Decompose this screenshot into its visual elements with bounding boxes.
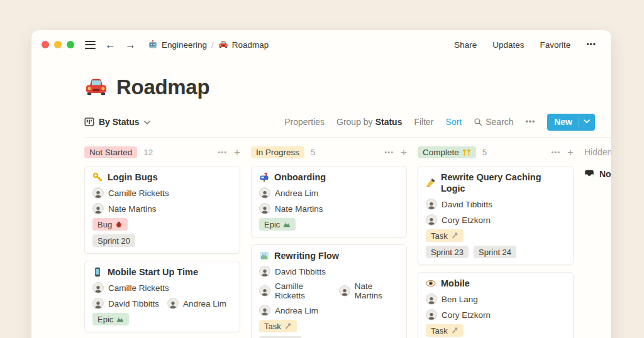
app-window: ← → Engineering / Roadmap Share Updates … — [31, 30, 611, 338]
column-header: In Progress 5 ••• + — [251, 145, 407, 159]
properties-button[interactable]: Properties — [284, 117, 325, 127]
eye-icon — [426, 278, 436, 288]
tag-epic: Epic — [92, 313, 129, 325]
raising-hands-icon — [462, 148, 471, 156]
card-mobile-start-up-time[interactable]: Mobile Start Up Time Camille Ricketts Da… — [84, 261, 240, 332]
minimize-window-button[interactable] — [54, 41, 62, 48]
column-more-icon[interactable]: ••• — [552, 148, 561, 156]
card-mobile[interactable]: Mobile Ben Lang Cory Etzkorn Task — [418, 272, 574, 338]
favorite-button[interactable]: Favorite — [540, 40, 571, 50]
tag-bug: Bug — [92, 218, 128, 231]
card-login-bugs[interactable]: Login Bugs Camille Ricketts Nate Martins… — [84, 166, 240, 254]
search-icon — [474, 117, 482, 126]
hidden-column-label: No Status — [599, 169, 611, 179]
search-button[interactable]: Search — [474, 117, 513, 127]
avatar — [167, 298, 179, 309]
window-controls — [42, 41, 74, 48]
card-title: Rewrite Query Caching Logic — [426, 172, 565, 194]
map-icon — [259, 251, 269, 261]
column-count: 5 — [482, 148, 487, 157]
new-dropdown-button[interactable] — [579, 116, 595, 128]
column-more-icon[interactable]: ••• — [385, 148, 394, 156]
person-name: Nate Martins — [275, 204, 323, 214]
search-label: Search — [486, 117, 513, 127]
tag-sprint: Sprint 20 — [92, 234, 135, 247]
new-button[interactable]: New — [547, 114, 595, 131]
column-add-icon[interactable]: + — [567, 147, 574, 158]
toolbar-more-icon[interactable]: ••• — [526, 117, 536, 126]
breadcrumb-separator: / — [211, 40, 214, 50]
tag-task: Task — [259, 320, 297, 332]
person-row: Camille Ricketts Nate Martins — [259, 281, 399, 300]
person-row: David Tibbitts Andrea Lim — [92, 298, 232, 309]
person-name: Camille Ricketts — [275, 281, 331, 300]
status-badge: In Progress — [251, 146, 304, 158]
share-button[interactable]: Share — [454, 40, 477, 50]
filter-button[interactable]: Filter — [414, 117, 433, 127]
tag-row: Epic — [92, 313, 232, 325]
column-add-icon[interactable]: + — [401, 147, 407, 158]
person-row: Andrea Lim — [259, 305, 399, 316]
person-name: Nate Martins — [108, 204, 157, 214]
red-car-icon[interactable] — [84, 75, 108, 99]
mailbox-icon — [259, 172, 269, 182]
avatar — [339, 285, 350, 297]
person-name: Cory Etzkorn — [441, 310, 491, 320]
person-name: Camille Ricketts — [108, 283, 169, 293]
column-add-icon[interactable]: + — [234, 147, 240, 158]
back-button[interactable]: ← — [105, 40, 116, 50]
column-in-progress: In Progress 5 ••• + Onboarding Andrea Li… — [251, 145, 407, 338]
view-selector[interactable]: By Status — [84, 117, 150, 127]
breadcrumb-page[interactable]: Roadmap — [218, 40, 269, 50]
zoom-window-button[interactable] — [67, 41, 74, 48]
chevron-down-icon — [584, 119, 590, 124]
person-name: Camille Ricketts — [108, 188, 169, 198]
tag-epic: Epic — [259, 218, 296, 231]
breadcrumb-workspace[interactable]: Engineering — [148, 40, 207, 50]
new-button-label: New — [547, 114, 579, 131]
tag-row: Task — [426, 324, 565, 337]
kanban-board: Not Started 12 ••• + Login Bugs Camille … — [31, 145, 611, 338]
status-badge: Complete — [418, 146, 476, 158]
avatar — [259, 187, 270, 199]
person-row: Camille Ricketts — [92, 187, 232, 199]
person-name: David Tibbitts — [275, 267, 326, 276]
card-rewrite-query-caching-logic[interactable]: Rewrite Query Caching Logic David Tibbit… — [418, 166, 574, 265]
close-window-button[interactable] — [42, 41, 49, 48]
ladybug-icon — [115, 221, 123, 228]
column-more-icon[interactable]: ••• — [218, 148, 228, 156]
column-header: Complete 5 ••• + — [418, 145, 574, 159]
toolbar-actions: Properties Group byStatus Filter Sort Se… — [284, 114, 595, 131]
tag-row: Sprint 23 Sprint 24 — [426, 246, 565, 258]
page-title: Roadmap — [31, 75, 611, 99]
card-rewriting-flow[interactable]: Rewriting Flow David Tibbitts Camille Ri… — [251, 244, 407, 338]
updates-button[interactable]: Updates — [492, 40, 524, 50]
sort-button[interactable]: Sort — [446, 117, 462, 127]
card-title: Mobile Start Up Time — [92, 266, 232, 278]
toolbar-divider — [84, 137, 611, 138]
red-car-icon — [218, 40, 228, 50]
hamburger-menu-icon[interactable] — [85, 41, 96, 49]
person-row: David Tibbitts — [426, 199, 565, 210]
avatar — [426, 199, 437, 210]
tag-row: Task — [426, 229, 565, 242]
tag-sprint: Sprint 23 — [426, 246, 469, 258]
card-title: Rewriting Flow — [259, 250, 399, 261]
card-onboarding[interactable]: Onboarding Andrea Lim Nate Martins Epic — [251, 166, 407, 237]
hammer-icon — [451, 327, 458, 334]
column-complete: Complete 5 ••• + Rewrite Query Caching L… — [418, 145, 574, 338]
hidden-column-no-status[interactable]: No Status — [584, 169, 611, 179]
tag-task: Task — [426, 229, 464, 242]
key-icon — [92, 172, 103, 182]
mountain-icon — [116, 315, 124, 323]
group-by-button[interactable]: Group byStatus — [336, 117, 402, 127]
titlebar-actions: Share Updates Favorite ••• — [454, 40, 596, 50]
breadcrumb-page-label: Roadmap — [232, 40, 269, 50]
breadcrumb-workspace-label: Engineering — [162, 40, 207, 50]
person-name: Andrea Lim — [275, 188, 318, 198]
avatar — [426, 293, 437, 305]
person-name: David Tibbitts — [108, 299, 159, 308]
more-options-icon[interactable]: ••• — [586, 40, 596, 49]
person-name: David Tibbitts — [441, 200, 492, 209]
forward-button[interactable]: → — [125, 40, 136, 50]
